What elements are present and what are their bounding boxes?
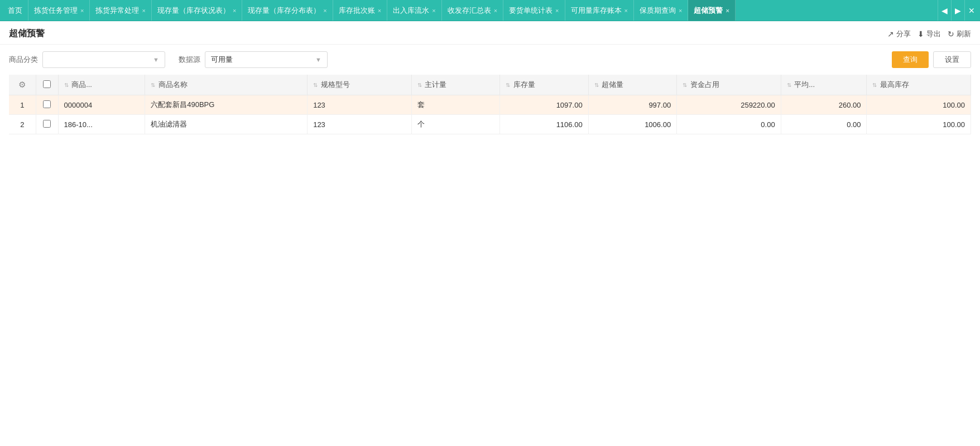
- nav-item-label: 保质期查询: [640, 6, 676, 16]
- select-all-checkbox[interactable]: [43, 80, 51, 88]
- nav-close-icon[interactable]: ×: [555, 7, 559, 14]
- nav-close-all-button[interactable]: ✕: [964, 0, 978, 21]
- nav-close-icon[interactable]: ×: [80, 7, 84, 14]
- row-checkbox[interactable]: [43, 100, 51, 108]
- col-max-label: 最高库存: [880, 80, 909, 89]
- nav-item-9[interactable]: 可用量库存账本 ×: [565, 0, 634, 21]
- sort-icon-avg: ⇅: [787, 82, 791, 88]
- col-over-label: 超储量: [602, 80, 623, 89]
- row-spec: 123: [308, 115, 411, 134]
- col-name[interactable]: ⇅ 商品名称: [145, 75, 308, 95]
- datasource-label: 数据源: [179, 55, 200, 65]
- col-stock-label: 库存量: [513, 80, 535, 89]
- col-name-label: 商品名称: [158, 80, 188, 89]
- row-unit: 个: [411, 115, 500, 134]
- col-unit-label: 主计量: [425, 80, 446, 89]
- filter-bar: 商品分类 ▼ 数据源 可用量 ▼ 查询 设置: [0, 45, 980, 75]
- row-checkbox-cell[interactable]: [36, 115, 58, 134]
- nav-item-2[interactable]: 拣货异常处理 ×: [90, 0, 151, 21]
- nav-close-icon[interactable]: ×: [378, 7, 381, 14]
- refresh-button[interactable]: ↻ 刷新: [948, 29, 971, 39]
- sort-icon-max: ⇅: [872, 82, 877, 88]
- export-label: 导出: [926, 29, 941, 39]
- row-code: 0000004: [58, 95, 145, 115]
- nav-next-button[interactable]: ▶: [951, 0, 964, 21]
- row-max: 100.00: [867, 115, 971, 134]
- row-checkbox-cell[interactable]: [36, 95, 58, 115]
- nav-item-0[interactable]: 首页: [2, 0, 28, 21]
- nav-item-8[interactable]: 要货单统计表 ×: [503, 0, 565, 21]
- refresh-label: 刷新: [957, 29, 971, 39]
- col-unit[interactable]: ⇅ 主计量: [411, 75, 500, 95]
- col-code[interactable]: ⇅ 商品...: [58, 75, 145, 95]
- refresh-icon: ↻: [948, 30, 954, 38]
- nav-prev-button[interactable]: ◀: [938, 0, 951, 21]
- nav-item-10[interactable]: 保质期查询 ×: [634, 0, 688, 21]
- row-avg: 260.00: [781, 95, 867, 115]
- col-avg[interactable]: ⇅ 平均...: [781, 75, 867, 95]
- nav-item-6[interactable]: 出入库流水 ×: [387, 0, 441, 21]
- sort-icon-spec: ⇅: [313, 82, 318, 88]
- export-icon: ⬇: [917, 30, 924, 38]
- sort-icon-unit: ⇅: [417, 82, 422, 88]
- col-code-label: 商品...: [71, 80, 92, 89]
- table-row: 1 0000004 六配套新昌490BPG 123 套 1097.00 997.…: [9, 95, 971, 115]
- nav-item-label: 首页: [8, 6, 22, 16]
- row-max: 100.00: [867, 95, 971, 115]
- share-icon: ↗: [887, 30, 894, 38]
- nav-item-5[interactable]: 库存批次账 ×: [333, 0, 387, 21]
- datasource-value: 可用量: [211, 55, 233, 65]
- nav-close-icon[interactable]: ×: [624, 7, 628, 14]
- filter-buttons: 查询 设置: [892, 51, 971, 68]
- nav-close-icon[interactable]: ×: [679, 7, 682, 14]
- col-max[interactable]: ⇅ 最高库存: [867, 75, 971, 95]
- settings-icon[interactable]: ⚙: [18, 80, 26, 89]
- col-over[interactable]: ⇅ 超储量: [588, 75, 677, 95]
- nav-close-icon[interactable]: ×: [494, 7, 497, 14]
- nav-item-11[interactable]: 超储预警 ×: [688, 0, 735, 21]
- col-capital-label: 资金占用: [690, 80, 719, 89]
- col-stock[interactable]: ⇅ 库存量: [500, 75, 589, 95]
- row-unit: 套: [411, 95, 500, 115]
- row-over: 1006.00: [588, 115, 677, 134]
- sort-icon-name: ⇅: [151, 82, 155, 88]
- nav-item-label: 拣货异常处理: [95, 6, 139, 16]
- export-button[interactable]: ⬇ 导出: [917, 29, 941, 39]
- row-checkbox[interactable]: [43, 120, 51, 128]
- nav-close-icon[interactable]: ×: [323, 7, 326, 14]
- col-settings[interactable]: ⚙: [9, 75, 36, 95]
- sort-icon-code: ⇅: [64, 82, 69, 88]
- category-label: 商品分类: [9, 55, 38, 65]
- datasource-dropdown-icon: ▼: [315, 56, 321, 63]
- nav-close-icon[interactable]: ×: [432, 7, 435, 14]
- nav-close-icon[interactable]: ×: [726, 7, 729, 14]
- nav-item-label: 现存量（库存状况表）: [157, 6, 230, 16]
- nav-close-icon[interactable]: ×: [142, 7, 145, 14]
- col-checkbox[interactable]: [36, 75, 58, 95]
- col-spec[interactable]: ⇅ 规格型号: [308, 75, 411, 95]
- page-title: 超储预警: [9, 28, 45, 40]
- row-capital: 259220.00: [677, 95, 781, 115]
- category-filter: 商品分类 ▼: [9, 51, 165, 68]
- query-button[interactable]: 查询: [892, 51, 929, 68]
- row-stock: 1106.00: [500, 115, 589, 134]
- nav-item-3[interactable]: 现存量（库存状况表） ×: [152, 0, 242, 21]
- datasource-filter: 数据源 可用量 ▼: [179, 51, 328, 68]
- nav-item-label: 收发存汇总表: [448, 6, 491, 16]
- nav-item-label: 出入库流水: [393, 6, 429, 16]
- nav-item-1[interactable]: 拣货任务管理 ×: [28, 0, 90, 21]
- data-table: ⚙ ⇅ 商品... ⇅ 商品名称 ⇅ 规格型号 ⇅: [9, 75, 971, 134]
- datasource-select[interactable]: 可用量 ▼: [205, 51, 328, 68]
- share-button[interactable]: ↗ 分享: [887, 29, 911, 39]
- setting-button[interactable]: 设置: [933, 51, 971, 68]
- row-num: 2: [9, 115, 36, 134]
- row-over: 997.00: [588, 95, 677, 115]
- nav-item-4[interactable]: 现存量（库存分布表） ×: [242, 0, 333, 21]
- col-capital[interactable]: ⇅ 资金占用: [677, 75, 781, 95]
- category-select[interactable]: ▼: [42, 51, 165, 68]
- row-spec: 123: [308, 95, 411, 115]
- nav-item-7[interactable]: 收发存汇总表 ×: [442, 0, 503, 21]
- nav-item-label: 要货单统计表: [509, 6, 553, 16]
- nav-close-icon[interactable]: ×: [233, 7, 236, 14]
- sort-icon-stock: ⇅: [506, 82, 510, 88]
